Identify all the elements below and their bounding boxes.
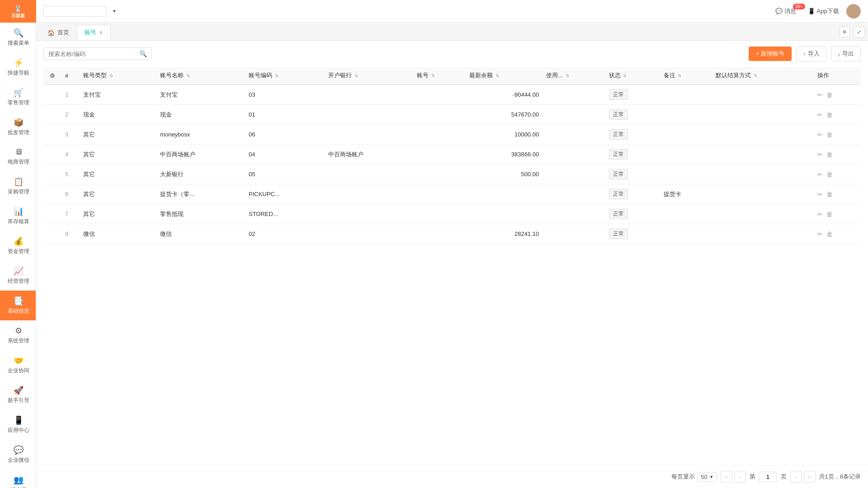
import-button[interactable]: ↑ 导入 [796, 46, 826, 61]
sidebar-item-app-center[interactable]: 📱 应用中心 [0, 410, 36, 440]
sidebar-item-retail[interactable]: 🛒 零售管理 [0, 82, 36, 112]
sidebar-item-search[interactable]: 🔍 搜索菜单 [0, 23, 36, 52]
last-page-button[interactable]: » [804, 471, 816, 483]
sidebar-item-inventory[interactable]: 📊 库存核算 [0, 201, 36, 231]
header-dropdown[interactable]: ▼ [110, 9, 117, 14]
next-page-button[interactable]: › [790, 471, 802, 483]
row-code: 05 [245, 164, 325, 184]
table-row: 2 现金 现金 01 547670.00 正常 ✏ 🗑 [43, 105, 861, 125]
sidebar-item-wechat[interactable]: 💬 企业微信 [0, 440, 36, 469]
row-index: 3 [61, 125, 80, 145]
search-input[interactable] [48, 51, 139, 57]
search-icon[interactable]: 🔍 [139, 50, 147, 57]
edit-icon[interactable]: ✏ [817, 111, 823, 118]
import-label: 导入 [808, 50, 820, 58]
table-row: 5 其它 大新银行 05 500.00 正常 ✏ 🗑 [43, 164, 861, 184]
sidebar-item-operations[interactable]: 📈 经营管理 [0, 261, 36, 291]
tab-account-label: 账号 [85, 28, 96, 37]
header-search-input[interactable] [43, 6, 107, 17]
edit-icon[interactable]: ✏ [817, 151, 823, 158]
col-type[interactable]: 账号类型 ⇅ [80, 67, 156, 84]
chevron-down-icon: ▼ [112, 9, 117, 14]
sidebar-item-label: 畅会员 [10, 486, 27, 488]
edit-icon[interactable]: ✏ [817, 91, 823, 99]
col-usage[interactable]: 使用... ⇅ [542, 67, 605, 84]
col-status[interactable]: 状态 ⇅ [605, 67, 660, 84]
export-button[interactable]: ↓ 导出 [831, 46, 861, 61]
col-bank[interactable]: 开户银行 ⇅ [325, 67, 413, 84]
sidebar-item-member[interactable]: 👥 畅会员 [0, 469, 36, 488]
row-type: 现金 [80, 105, 156, 125]
tab-close-icon[interactable]: ✕ [99, 30, 103, 36]
row-index: 5 [61, 164, 80, 184]
row-settlement [712, 84, 813, 105]
table-row: 7 其它 零售抵现 STORED... 正常 ✏ 🗑 [43, 204, 861, 224]
sidebar-item-label: 系统管理 [8, 337, 29, 345]
wechat-icon: 💬 [14, 445, 24, 455]
col-settings[interactable]: ⚙ [43, 67, 61, 84]
sidebar-item-quick[interactable]: ⚡ 快捷导航 [0, 52, 36, 82]
edit-icon[interactable]: ✏ [817, 191, 823, 198]
row-status: 正常 [605, 224, 660, 244]
delete-icon[interactable]: 🗑 [826, 191, 833, 198]
delete-icon[interactable]: 🗑 [826, 171, 833, 178]
sidebar-item-basic[interactable]: 📑 基础信息 [0, 291, 36, 320]
row-bank [325, 164, 413, 184]
delete-icon[interactable]: 🗑 [826, 91, 833, 99]
row-status: 正常 [605, 105, 660, 125]
col-balance[interactable]: 最新余额 ⇅ [466, 67, 542, 84]
tab-home[interactable]: 🏠 首页 [40, 25, 77, 40]
tab-close-all-button[interactable]: ✕ [839, 27, 850, 38]
table-body: 1 支付宝 支付宝 03 -90444.00 正常 ✏ 🗑 2 现金 现金 01 [43, 84, 861, 244]
app-download-button[interactable]: 📱 App下载 [808, 7, 839, 15]
tab-account[interactable]: 账号 ✕ [77, 25, 111, 40]
tab-bar: 🏠 首页 账号 ✕ ✕ ⤢ [36, 23, 868, 41]
edit-icon[interactable]: ✏ [817, 211, 823, 218]
col-settlement[interactable]: 默认结算方式 ⇅ [712, 67, 813, 84]
col-code[interactable]: 账号编码 ⇅ [245, 67, 325, 84]
page-size-dropdown-icon[interactable]: ▼ [709, 474, 714, 479]
sidebar-item-label: 电商管理 [8, 158, 29, 166]
delete-icon[interactable]: 🗑 [826, 131, 833, 138]
row-balance: 500.00 [466, 164, 542, 184]
edit-icon[interactable]: ✏ [817, 131, 823, 138]
row-account [413, 164, 466, 184]
sidebar-item-system[interactable]: ⚙ 系统管理 [0, 320, 36, 350]
row-action: ✏ 🗑 [814, 84, 861, 105]
page-number-input[interactable] [759, 472, 777, 482]
row-status: 正常 [605, 184, 660, 204]
home-icon: 🏠 [47, 29, 55, 36]
sidebar-item-ecommerce[interactable]: 🖥 电商管理 [0, 142, 36, 171]
add-account-button[interactable]: + 新增账号 [749, 47, 792, 61]
row-bank [325, 125, 413, 145]
sidebar-item-purchase[interactable]: 📋 采购管理 [0, 171, 36, 201]
prev-page-button[interactable]: ‹ [734, 471, 746, 483]
col-account[interactable]: 账号 ⇅ [413, 67, 466, 84]
tab-fullscreen-button[interactable]: ⤢ [854, 27, 864, 38]
sidebar-item-enterprise[interactable]: 🤝 企业协同 [0, 350, 36, 380]
row-balance: 383866.00 [466, 145, 542, 164]
user-avatar[interactable] [846, 4, 861, 19]
edit-icon[interactable]: ✏ [817, 230, 823, 238]
delete-icon[interactable]: 🗑 [826, 151, 833, 158]
first-page-button[interactable]: « [721, 471, 732, 483]
col-name[interactable]: 账号名称 ⇅ [156, 67, 245, 84]
toolbar-right: + 新增账号 ↑ 导入 ↓ 导出 [749, 46, 861, 61]
sidebar-item-wholesale[interactable]: 📦 批发管理 [0, 112, 36, 142]
messages-button[interactable]: 💬 消息 99+ [775, 7, 801, 15]
col-remark[interactable]: 备注 ⇅ [660, 67, 712, 84]
row-settings [43, 204, 61, 224]
sidebar-item-finance[interactable]: 💰 资金管理 [0, 231, 36, 261]
delete-icon[interactable]: 🗑 [826, 111, 833, 118]
row-name: 支付宝 [156, 84, 245, 105]
edit-icon[interactable]: ✏ [817, 171, 823, 178]
operations-icon: 📈 [14, 266, 24, 276]
col-index: # [61, 67, 80, 84]
tab-actions: ✕ ⤢ [839, 27, 864, 38]
delete-icon[interactable]: 🗑 [826, 211, 833, 218]
row-usage [542, 184, 605, 204]
sidebar-item-guide[interactable]: 🚀 新手引导 [0, 380, 36, 410]
row-account [413, 105, 466, 125]
delete-icon[interactable]: 🗑 [826, 230, 833, 238]
tab-home-label: 首页 [57, 28, 69, 37]
